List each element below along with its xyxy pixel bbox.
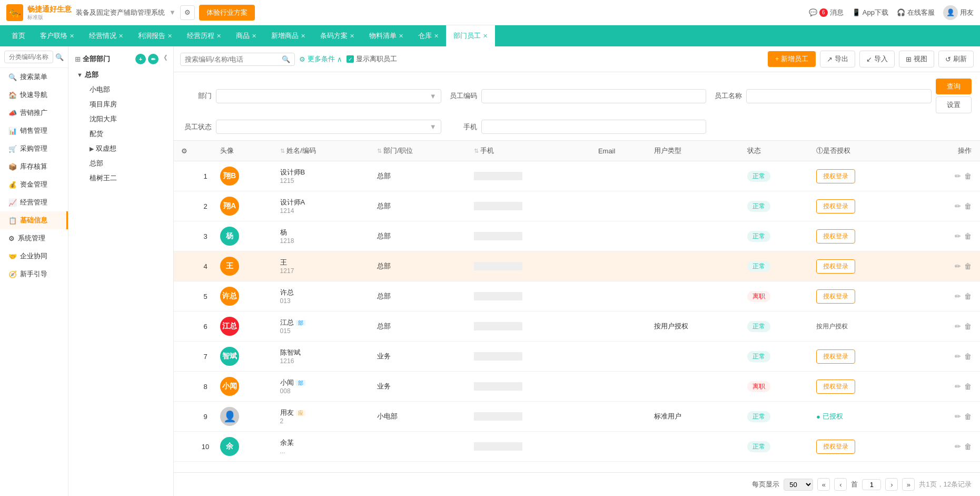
sidebar-item-marketing[interactable]: 📣 营销推广 — [0, 104, 68, 122]
emp-code-input[interactable] — [481, 89, 707, 103]
emp-status-select[interactable]: ▼ — [216, 120, 441, 134]
sidebar-item-purchase[interactable]: 🛒 采购管理 — [0, 140, 68, 158]
close-icon-customer[interactable]: ✕ — [70, 33, 74, 40]
edit-button[interactable]: ✏ — [955, 262, 961, 270]
delete-button[interactable]: 🗑 — [964, 202, 972, 210]
sort-icon-phone[interactable]: ⇅ — [474, 148, 479, 154]
last-page-button[interactable]: » — [902, 478, 915, 491]
delete-button[interactable]: 🗑 — [964, 352, 972, 361]
close-icon-goods[interactable]: ✕ — [252, 33, 256, 40]
import-button[interactable]: ↙ 导入 — [859, 51, 895, 67]
search-input[interactable] — [185, 55, 280, 63]
edit-button[interactable]: ✏ — [955, 442, 961, 451]
authorize-button[interactable]: 授权登录 — [816, 169, 855, 183]
nav-item-barcode[interactable]: 条码方案✕ — [313, 25, 362, 46]
delete-button[interactable]: 🗑 — [964, 292, 972, 300]
authorize-button[interactable]: 授权登录 — [816, 229, 855, 244]
edit-button[interactable]: ✏ — [955, 412, 961, 421]
settings-icon[interactable]: ⚙ — [181, 147, 187, 155]
view-button[interactable]: ⊞ 视图 — [899, 51, 934, 67]
nav-item-warehouse[interactable]: 仓库✕ — [411, 25, 446, 46]
delete-button[interactable]: 🗑 — [964, 412, 972, 421]
dropdown-arrow-icon[interactable]: ▼ — [169, 8, 176, 16]
close-icon-bom[interactable]: ✕ — [399, 33, 403, 40]
sort-icon-dept[interactable]: ⇅ — [377, 148, 382, 154]
nav-item-home[interactable]: 首页 — [4, 25, 33, 46]
show-resigned-toggle[interactable]: ✓ 显示离职员工 — [347, 54, 397, 64]
edit-button[interactable]: ✏ — [955, 292, 961, 300]
emp-name-input[interactable] — [746, 89, 932, 103]
authorize-button[interactable]: 授权登录 — [816, 380, 855, 394]
settings-button[interactable]: ⚙ — [180, 5, 195, 20]
dept-item-zongbu[interactable]: 总部 — [81, 156, 173, 171]
nav-item-customer[interactable]: 客户联络✕ — [33, 25, 82, 46]
nav-item-operation[interactable]: 经营情况✕ — [82, 25, 131, 46]
close-icon-barcode[interactable]: ✕ — [350, 33, 354, 40]
authorize-button[interactable]: 授权登录 — [816, 349, 855, 364]
delete-button[interactable]: 🗑 — [964, 382, 972, 391]
trial-button[interactable]: 体验行业方案 — [199, 5, 255, 21]
nav-item-employee[interactable]: 部门员工✕ — [446, 25, 495, 46]
phone-input[interactable] — [481, 120, 707, 134]
edit-button[interactable]: ✏ — [955, 172, 961, 180]
authorize-button[interactable]: 授权登录 — [816, 440, 855, 454]
delete-button[interactable]: 🗑 — [964, 442, 972, 451]
sort-icon-name[interactable]: ⇅ — [280, 148, 285, 154]
set-button[interactable]: 设置 — [936, 96, 972, 113]
print-button[interactable]: ↺ 刷新 — [938, 51, 974, 67]
user-area[interactable]: 👤 用友 — [943, 5, 974, 20]
delete-button[interactable]: 🗑 — [964, 172, 972, 180]
dept-item-headquarters[interactable]: ▼ 总部 — [68, 67, 173, 82]
delete-button[interactable]: 🗑 — [964, 322, 972, 330]
online-service-button[interactable]: 🎧 在线客服 — [897, 8, 935, 17]
dept-item-shenyang[interactable]: 沈阳大库 — [81, 112, 173, 127]
messages-button[interactable]: 💬 6 消息 — [809, 8, 844, 17]
close-icon-history[interactable]: ✕ — [216, 33, 221, 40]
authorize-button[interactable]: 授权登录 — [816, 289, 855, 304]
sidebar-item-system[interactable]: ⚙ 系统管理 — [0, 229, 68, 247]
close-icon-employee[interactable]: ✕ — [483, 33, 488, 40]
nav-item-bom[interactable]: 物料清单✕ — [362, 25, 411, 46]
page-number-input[interactable] — [862, 479, 881, 490]
export-button[interactable]: ↗ 导出 — [820, 51, 855, 67]
dept-edit-button[interactable]: ✏ — [148, 54, 159, 64]
delete-button[interactable]: 🗑 — [964, 232, 972, 240]
nav-item-profit[interactable]: 利润报告✕ — [131, 25, 180, 46]
dept-add-button[interactable]: + — [135, 54, 146, 64]
sidebar-item-inventory[interactable]: 📦 库存核算 — [0, 158, 68, 176]
page-size-select[interactable]: 10 20 50 100 — [784, 479, 813, 491]
dept-item-project[interactable]: 项目库房 — [81, 97, 173, 112]
dept-item-distribution[interactable]: 配货 — [81, 127, 173, 141]
dept-select[interactable]: ▼ — [216, 89, 441, 103]
app-download-button[interactable]: 📱 App下载 — [852, 8, 888, 17]
prev-page-button[interactable]: ‹ — [834, 478, 847, 491]
dept-item-electronics[interactable]: 小电部 — [81, 82, 173, 97]
sidebar-item-search[interactable]: 🔍 搜索菜单 — [0, 68, 68, 86]
dept-item-shuangxu[interactable]: ▶ 双虚想 — [81, 141, 173, 156]
add-employee-button[interactable]: + 新增员工 — [768, 51, 816, 67]
edit-button[interactable]: ✏ — [955, 202, 961, 210]
sidebar-search-input[interactable] — [4, 51, 53, 63]
sidebar-item-basic[interactable]: 📋 基础信息 — [0, 211, 68, 229]
nav-item-history[interactable]: 经营历程✕ — [180, 25, 229, 46]
edit-button[interactable]: ✏ — [955, 382, 961, 391]
sidebar-item-collab[interactable]: 🤝 企业协同 — [0, 247, 68, 265]
search-button[interactable]: 查询 — [936, 79, 972, 94]
delete-button[interactable]: 🗑 — [964, 262, 972, 270]
nav-item-goods[interactable]: 商品✕ — [229, 25, 264, 46]
edit-button[interactable]: ✏ — [955, 322, 961, 330]
dept-collapse-button[interactable]: 《 — [161, 54, 167, 64]
edit-button[interactable]: ✏ — [955, 232, 961, 240]
first-page-button[interactable]: « — [817, 478, 830, 491]
edit-button[interactable]: ✏ — [955, 352, 961, 361]
dept-item-planting[interactable]: 植树王二 — [81, 171, 173, 186]
sidebar-item-guide[interactable]: 🧭 新手引导 — [0, 265, 68, 283]
authorize-button[interactable]: 授权登录 — [816, 259, 855, 274]
resigned-checkbox[interactable]: ✓ — [347, 55, 354, 63]
authorize-button[interactable]: 授权登录 — [816, 199, 855, 213]
close-icon-add-goods[interactable]: ✕ — [301, 33, 305, 40]
sidebar-item-finance[interactable]: 💰 资金管理 — [0, 176, 68, 193]
nav-item-add-goods[interactable]: 新增商品✕ — [264, 25, 313, 46]
sidebar-item-quicknav[interactable]: 🏠 快速导航 — [0, 86, 68, 104]
more-filter-button[interactable]: ⚙ 更多条件 ∧ — [299, 54, 342, 64]
